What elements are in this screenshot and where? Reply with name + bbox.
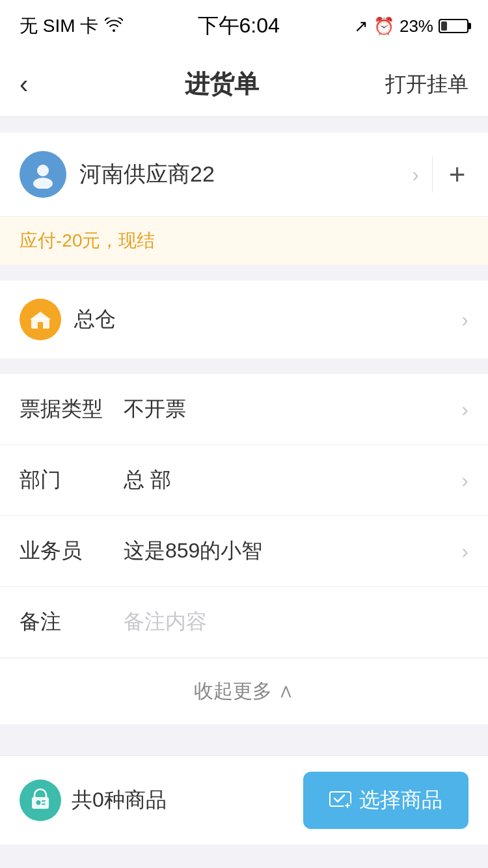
invoice-type-chevron-icon: › — [461, 398, 468, 422]
page-title: 进货单 — [185, 68, 259, 101]
supplier-section: 河南供应商22 › + 应付-20元，现结 — [0, 133, 488, 265]
salesperson-label: 业务员 — [20, 537, 124, 565]
product-count-label: 共0种商品 — [72, 786, 167, 815]
svg-rect-4 — [38, 322, 43, 329]
carrier-label: 无 SIM 卡 — [20, 14, 98, 38]
product-icon — [20, 780, 61, 821]
location-icon: ↗ — [354, 16, 368, 36]
remark-label: 备注 — [20, 608, 124, 636]
remark-input[interactable]: 备注内容 — [124, 608, 468, 636]
invoice-type-label: 票据类型 — [20, 395, 124, 424]
alarm-icon: ⏰ — [373, 16, 394, 36]
supplier-chevron-icon: › — [412, 163, 419, 187]
battery-icon — [439, 19, 468, 33]
status-time: 下午6:04 — [198, 12, 280, 40]
svg-point-1 — [33, 178, 53, 189]
section-gap-4 — [0, 724, 488, 740]
nav-bar: ‹ 进货单 打开挂单 — [0, 52, 488, 117]
select-product-button[interactable]: 选择商品 — [303, 772, 468, 829]
department-chevron-icon: › — [461, 468, 468, 493]
battery-percentage: 23% — [400, 16, 433, 36]
status-bar: 无 SIM 卡 下午6:04 ↗ ⏰ 23% — [0, 0, 488, 52]
section-gap-3 — [0, 359, 488, 374]
department-row[interactable]: 部门 总 部 › — [0, 445, 488, 516]
form-section: 票据类型 不开票 › 部门 总 部 › 业务员 这是859的小智 › 备注 备注… — [0, 374, 488, 724]
department-value: 总 部 — [124, 466, 461, 495]
collapse-button[interactable]: 收起更多 ∧ — [0, 658, 488, 724]
back-button[interactable]: ‹ — [20, 70, 59, 99]
open-pending-button[interactable]: 打开挂单 — [385, 70, 468, 99]
status-left: 无 SIM 卡 — [20, 14, 123, 38]
warehouse-name: 总仓 — [74, 305, 461, 334]
svg-marker-3 — [30, 312, 51, 319]
section-gap-1 — [0, 117, 488, 133]
info-banner: 应付-20元，现结 — [0, 217, 488, 265]
warehouse-section: 总仓 › — [0, 280, 488, 359]
bottom-bar: 共0种商品 选择商品 — [0, 755, 488, 845]
supplier-row[interactable]: 河南供应商22 › + — [0, 133, 488, 217]
department-label: 部门 — [20, 466, 124, 495]
svg-point-0 — [37, 165, 49, 176]
section-gap-2 — [0, 265, 488, 280]
salesperson-chevron-icon: › — [461, 539, 468, 563]
add-supplier-button[interactable]: + — [432, 156, 468, 193]
supplier-name: 河南供应商22 — [79, 159, 412, 189]
salesperson-row[interactable]: 业务员 这是859的小智 › — [0, 516, 488, 587]
supplier-avatar — [20, 151, 66, 198]
invoice-type-row[interactable]: 票据类型 不开票 › — [0, 374, 488, 445]
warehouse-row[interactable]: 总仓 › — [0, 280, 488, 359]
status-right: ↗ ⏰ 23% — [354, 16, 468, 36]
salesperson-value: 这是859的小智 — [124, 537, 461, 565]
select-product-label: 选择商品 — [359, 786, 442, 815]
svg-point-6 — [36, 800, 41, 805]
warehouse-icon — [20, 299, 61, 340]
wifi-icon — [105, 16, 123, 36]
remark-row[interactable]: 备注 备注内容 — [0, 587, 488, 658]
invoice-type-value: 不开票 — [124, 395, 461, 424]
warehouse-chevron-icon: › — [461, 308, 468, 332]
product-summary: 共0种商品 — [20, 780, 167, 821]
